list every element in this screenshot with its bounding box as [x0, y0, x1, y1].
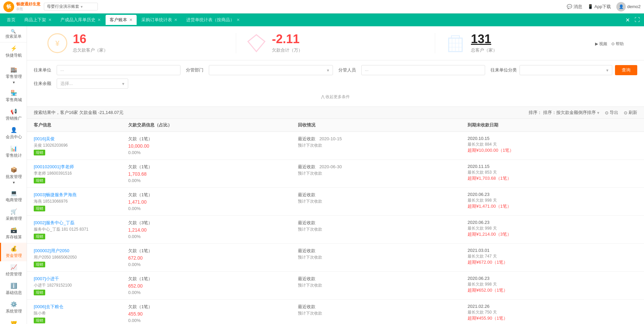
person-input[interactable]: ···: [361, 65, 485, 75]
search-button[interactable]: 查询: [615, 65, 637, 75]
unit-category-select[interactable]: ▾: [520, 65, 612, 75]
debt-customers-value: 16: [73, 33, 108, 45]
close-icon[interactable]: ✕: [48, 18, 52, 22]
close-icon[interactable]: ✕: [129, 18, 133, 22]
overdue-days-1: 最长欠款 853 天: [468, 170, 637, 175]
refresh-icon: ⊙: [624, 110, 627, 115]
customer-phone-0: 吴俊 13026203696: [34, 143, 128, 148]
table-row: [0003]畅捷服务尹海燕 海燕 18513066976 现销 欠款（1笔） 1…: [27, 188, 644, 216]
table-row: [0006]去下粮仓 陈小希 现销 欠款（1笔） 455.90 0.00% 最近…: [27, 300, 644, 324]
overdue-amount-2[interactable]: 超期¥1,471.00（1笔）: [468, 203, 637, 209]
company-selector[interactable]: 母婴行业演示账套 ▾: [44, 3, 98, 10]
balance-placeholder: 选择...: [60, 81, 73, 87]
customer-name-6[interactable]: [0006]去下粮仓: [34, 304, 128, 310]
svg-marker-2: [248, 35, 265, 52]
debt-amount-0[interactable]: 10,000.00: [128, 143, 298, 149]
customer-name-0[interactable]: [0016]吴俊: [34, 136, 128, 142]
customer-name-4[interactable]: [000002]用户2050: [34, 248, 128, 254]
message-label: 消息: [573, 4, 582, 10]
customer-name-3[interactable]: [0002]服务中心_丁磊: [34, 220, 128, 226]
tab-customer-account[interactable]: 客户账本 ✕: [106, 15, 137, 25]
chevron-down-icon-dept: ▾: [327, 68, 329, 73]
debt-amount-4[interactable]: 672.00: [128, 255, 298, 261]
close-icon[interactable]: ✕: [174, 18, 177, 22]
customer-name-2[interactable]: [0003]畅捷服务尹海燕: [34, 192, 128, 198]
debt-amount-1[interactable]: 1,703.68: [128, 171, 298, 177]
next-label-2: 预计下次收款: [298, 199, 468, 204]
source-unit-input[interactable]: ···: [57, 65, 180, 75]
sidebar-item-inventory[interactable]: 🗃️ 库存核算: [0, 224, 27, 243]
sidebar-item-nav[interactable]: ⚡ 快捷导航: [0, 42, 27, 61]
sidebar-item-operations[interactable]: 📈 经营管理: [0, 261, 27, 280]
tab-product-online[interactable]: 商品上下架 ✕: [20, 15, 56, 25]
sidebar-item-batch-mgmt[interactable]: 📦 批发管理 ▼: [0, 164, 27, 187]
debt-cell-3: 欠款（3笔） 1,214.00 0.00%: [128, 220, 298, 239]
overdue-amount-0[interactable]: 超期¥10,000.00（1笔）: [468, 147, 637, 153]
sidebar-item-ecommerce[interactable]: 💻 电商管理: [0, 187, 27, 206]
top-bar: 畅 畅捷通好生意 示范 母婴行业演示账套 ▾ 💬 消息 📱 App下载 👤 de…: [0, 0, 644, 13]
overdue-amount-6[interactable]: 超期¥455.90（1笔）: [468, 315, 637, 321]
filter-row-1: 往来单位 ··· 分管部门 ▾ 分管人员 ···: [34, 65, 637, 75]
debt-amount-3[interactable]: 1,214.00: [128, 227, 298, 233]
recent-label-6: 最近收款: [298, 304, 468, 310]
view-video-button[interactable]: ▶ 视频: [595, 41, 607, 47]
sort-select[interactable]: 排序： 排序：按欠款金额倒序排序 ▾: [529, 110, 599, 116]
debt-percent-6: 0.00%: [128, 318, 298, 323]
app-download-button[interactable]: 📱 App下载: [588, 4, 611, 10]
due-date-4: 2021.03.01: [468, 248, 637, 253]
debt-amount-5[interactable]: 652.00: [128, 283, 298, 289]
sidebar-item-marketing[interactable]: 📢 营销推广: [0, 106, 27, 124]
customer-name-1[interactable]: [0001020001]李老师: [34, 164, 128, 170]
customer-badge-1: 现销: [34, 178, 45, 183]
refresh-button[interactable]: ⊙ 刷新: [624, 110, 637, 116]
table-row: [0016]吴俊 吴俊 13026203696 现销 欠款（1笔） 10,000…: [27, 132, 644, 160]
sidebar-ecommerce-label: 电商管理: [6, 197, 22, 203]
basic-info-icon: ℹ️: [10, 283, 17, 289]
recent-label-5: 最近收款: [298, 276, 468, 282]
message-button[interactable]: 💬 消息: [567, 4, 582, 10]
recent-label-4: 最近收款: [298, 248, 468, 254]
debt-amount-2[interactable]: 1,471.00: [128, 199, 298, 205]
sidebar-item-retail-mgmt[interactable]: 🏬 零售管理 ▼: [0, 64, 27, 87]
balance-select[interactable]: 选择... ▾: [57, 79, 128, 89]
close-icon[interactable]: ✕: [97, 18, 101, 22]
stat-debt-customers: ¥ 16 总欠款客户（家）: [37, 33, 236, 53]
table-header: 客户信息 欠款交易信息（占比） 回收情况 到期未收款日期: [27, 119, 644, 132]
recent-label-2: 最近收款: [298, 192, 468, 198]
dept-select[interactable]: ▾: [209, 65, 333, 75]
tab-purchase-stats[interactable]: 进货单统计表（按商品） ✕: [182, 15, 244, 25]
overdue-amount-5[interactable]: 超期¥652.00（1笔）: [468, 287, 637, 293]
debt-amount-6[interactable]: 455.90: [128, 311, 298, 317]
sidebar-search[interactable]: 🔍 搜索菜单: [0, 26, 27, 42]
tab-purchase-order-label: 采购订单统计表: [141, 17, 172, 23]
sidebar-item-member[interactable]: 👤 会员中心: [0, 124, 27, 143]
sidebar-retail-stats-label: 零售统计: [6, 153, 22, 158]
sidebar-item-purchase[interactable]: 🛒 采购管理: [0, 206, 27, 224]
tab-product-history[interactable]: 产成品入库单历史 ✕: [56, 15, 105, 25]
overdue-amount-3[interactable]: 超期¥1,214.00（3笔）: [468, 231, 637, 237]
close-icon[interactable]: ✕: [236, 18, 240, 22]
sidebar-item-enterprise[interactable]: 🤝 企业协同: [0, 317, 27, 324]
sidebar-item-retail-stats[interactable]: 📊 零售统计: [0, 143, 27, 161]
close-all-tabs-button[interactable]: ✕: [624, 16, 631, 24]
results-bar: 搜索结果中，客户16家 欠款金额 -21,148.07元 排序： 排序：按欠款金…: [27, 107, 644, 119]
col-debt-info: 欠款交易信息（占比）: [128, 122, 298, 128]
customer-name-5[interactable]: [0007]小进千: [34, 276, 128, 282]
overdue-amount-4[interactable]: 超期¥672.00（1笔）: [468, 259, 637, 265]
tab-purchase-order[interactable]: 采购订单统计表 ✕: [137, 15, 181, 25]
help-icon: ⊙: [611, 41, 615, 46]
sidebar-item-basic-info[interactable]: ℹ️ 基础信息: [0, 280, 27, 298]
sidebar-item-system[interactable]: ⚙️ 系统管理: [0, 298, 27, 317]
overdue-amount-1[interactable]: 超期¥1,703.68（1笔）: [468, 175, 637, 181]
sidebar-item-retail-store[interactable]: 🏪 零售商城: [0, 87, 27, 106]
due-cell-6: 2021.02.26 最长欠款 750 天 超期¥455.90（1笔）: [468, 304, 637, 321]
sort-label: 排序：: [529, 110, 542, 116]
help-button[interactable]: ⊙ 帮助: [611, 41, 624, 47]
export-button[interactable]: ⊙ 导出: [605, 110, 618, 116]
sidebar-item-finance[interactable]: 💰 资金管理: [0, 243, 27, 261]
tab-home[interactable]: 首页: [3, 15, 20, 25]
user-menu[interactable]: 👤 demo2: [616, 2, 641, 11]
total-customers-label: 总客户（家）: [471, 47, 590, 53]
maximize-button[interactable]: ⛶: [633, 16, 641, 24]
collapse-bar[interactable]: ⋀ 收起更多条件: [34, 92, 637, 102]
